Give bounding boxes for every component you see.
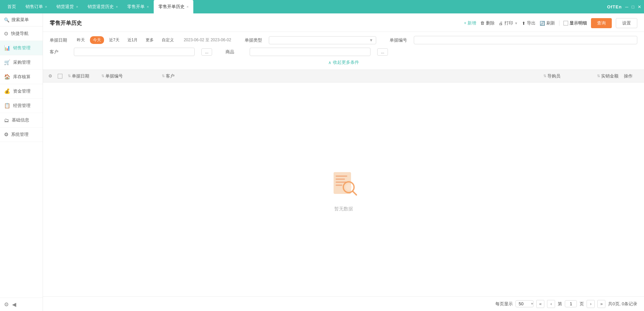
col-amount[interactable]: ⇅ 实销金额 — [581, 73, 621, 79]
main-layout: 🔍 搜索菜单 ⊙ 快捷导航 📊 销售管理 🛒 采购管理 🏠 库存核算 💰 资金管… — [0, 13, 644, 311]
customer-label: 客户 — [50, 49, 68, 55]
page-label: 页 — [580, 301, 584, 307]
svg-rect-1 — [336, 175, 347, 177]
sidebar-collapse-icon[interactable]: ◀ — [12, 301, 16, 308]
tab-retail-open-close[interactable]: × — [147, 5, 149, 9]
sidebar-item-quick-nav-label: 快捷导航 — [11, 31, 29, 37]
date-btn-1month[interactable]: 近1月 — [125, 36, 141, 44]
col-guide[interactable]: ⇅ 导购员 — [541, 73, 581, 79]
maximize-btn[interactable]: □ — [632, 4, 634, 9]
svg-rect-3 — [336, 182, 346, 183]
date-btn-custom[interactable]: 自定义 — [159, 36, 177, 44]
collapse-button[interactable]: ∧ 收起更多条件 — [328, 59, 359, 65]
product-input[interactable] — [250, 48, 370, 56]
prev-page-button[interactable]: ‹ — [547, 300, 555, 308]
page-text: 第 — [558, 301, 562, 307]
sidebar-item-sales[interactable]: 📊 销售管理 — [0, 41, 43, 55]
brand-label: OfTEn — [607, 4, 622, 9]
empty-text: 暂无数据 — [334, 206, 353, 212]
col-billno[interactable]: ⇅ 单据编号 — [99, 73, 159, 79]
tab-home[interactable]: 首页 — [3, 0, 21, 13]
product-ellipsis-btn[interactable]: ... — [377, 48, 388, 56]
col-customer[interactable]: ⇅ 客户 — [159, 73, 541, 79]
bill-no-label: 单据编号 — [390, 37, 408, 43]
sidebar-item-purchase[interactable]: 🛒 采购管理 — [0, 55, 43, 70]
tab-retail-history-label: 零售开单历史 — [158, 4, 185, 10]
purchase-icon: 🛒 — [4, 59, 10, 65]
sidebar-search[interactable]: 🔍 搜索菜单 — [0, 13, 43, 27]
filter-dates: 昨天 今天 近7天 近1月 更多 自定义 — [74, 36, 177, 44]
tab-sales-return[interactable]: 销货退货 × — [52, 0, 83, 13]
date-label: 单据日期 — [50, 37, 68, 43]
tab-return-history-label: 销货退货历史 — [88, 4, 114, 10]
tab-sales-return-close[interactable]: × — [76, 5, 78, 9]
sales-icon: 📊 — [4, 45, 10, 51]
refresh-button[interactable]: 🔄 刷新 — [540, 20, 555, 26]
window-controls: OfTEn ─ □ ✕ — [607, 4, 641, 9]
svg-line-6 — [353, 191, 356, 195]
add-button[interactable]: + 新增 — [464, 20, 476, 26]
col-customer-label: 客户 — [166, 73, 175, 79]
sidebar-item-inventory[interactable]: 🏠 库存核算 — [0, 70, 43, 84]
next-page-button[interactable]: › — [587, 300, 595, 308]
tab-return-history[interactable]: 销货退货历史 × — [83, 0, 122, 13]
sidebar-search-label: 搜索菜单 — [11, 17, 29, 23]
basic-icon: 🗂 — [4, 117, 9, 123]
sidebar-item-basic-label: 基础信息 — [12, 117, 29, 123]
sidebar-item-finance[interactable]: 💰 资金管理 — [0, 84, 43, 99]
sidebar-item-basic[interactable]: 🗂 基础信息 — [0, 113, 43, 127]
delete-button[interactable]: 🗑 删除 — [480, 20, 495, 26]
operations-icon: 📋 — [4, 103, 10, 109]
tab-sales-order[interactable]: 销售订单 × — [21, 0, 52, 13]
tab-sales-order-label: 销售订单 — [26, 4, 43, 10]
tab-retail-history-close[interactable]: × — [187, 5, 189, 9]
first-page-button[interactable]: « — [536, 300, 544, 308]
display-cols-checkbox-box[interactable] — [563, 21, 568, 25]
column-settings-icon[interactable]: ⚙ — [46, 73, 55, 79]
bill-type-select[interactable]: ▼ — [269, 36, 376, 44]
print-arrow-icon: ▼ — [514, 21, 518, 25]
customer-ellipsis-btn[interactable]: ... — [201, 48, 212, 56]
bill-no-input[interactable] — [414, 36, 637, 44]
display-cols-checkbox[interactable]: 显示明细 — [563, 20, 587, 26]
print-icon: 🖨 — [499, 21, 503, 26]
tab-retail-history[interactable]: 零售开单历史 × — [154, 0, 193, 13]
sidebar-bottom: ⚙ ◀ — [0, 298, 43, 311]
customer-input[interactable] — [74, 48, 195, 56]
close-btn[interactable]: ✕ — [638, 4, 641, 9]
date-btn-yesterday[interactable]: 昨天 — [74, 36, 88, 44]
settings-button[interactable]: 设置 — [616, 18, 637, 28]
collapse-up-icon: ∧ — [328, 60, 332, 65]
date-btn-7days[interactable]: 近7天 — [106, 36, 122, 44]
minimize-btn[interactable]: ─ — [625, 4, 628, 9]
last-page-button[interactable]: » — [597, 300, 605, 308]
select-all-box[interactable] — [58, 74, 62, 79]
export-button[interactable]: ⬆ 导出 — [522, 20, 536, 26]
sidebar-item-operations-label: 经营管理 — [13, 103, 31, 109]
svg-rect-2 — [336, 178, 345, 180]
date-btn-today[interactable]: 今天 — [90, 36, 104, 44]
tab-sales-order-close[interactable]: × — [45, 5, 47, 9]
per-page-select[interactable]: 50 10 20 100 — [515, 300, 534, 307]
prev-page-icon: ‹ — [550, 301, 552, 306]
collapse-label: 收起更多条件 — [333, 59, 359, 65]
print-button[interactable]: 🖨 打印 ▼ — [499, 20, 518, 26]
col-guide-sort-icon: ⇅ — [543, 74, 546, 78]
tab-return-history-close[interactable]: × — [116, 5, 118, 9]
date-btn-more[interactable]: 更多 — [143, 36, 157, 44]
col-amount-sort-icon: ⇅ — [597, 74, 600, 78]
sidebar-item-system[interactable]: ⚙ 系统管理 — [0, 127, 43, 142]
select-all-checkbox[interactable] — [55, 74, 65, 79]
collapse-row: ∧ 收起更多条件 — [50, 59, 637, 65]
query-button[interactable]: 查询 — [591, 18, 612, 28]
tab-retail-open[interactable]: 零售开单 × — [122, 0, 153, 13]
page-number-input[interactable] — [565, 300, 577, 307]
svg-rect-4 — [336, 185, 342, 186]
page-header: 零售开单历史 + 新增 🗑 删除 🖨 打印 ▼ ⬆ 导出 🔄 刷新 — [43, 13, 644, 32]
col-date[interactable]: ⇅ 单据日期 — [65, 73, 99, 79]
sidebar-settings-icon[interactable]: ⚙ — [4, 301, 9, 308]
display-cols-label: 显示明细 — [569, 20, 587, 26]
sidebar-item-operations[interactable]: 📋 经营管理 — [0, 99, 43, 113]
sidebar-item-quick-nav[interactable]: ⊙ 快捷导航 — [0, 27, 43, 41]
svg-point-7 — [346, 184, 352, 190]
